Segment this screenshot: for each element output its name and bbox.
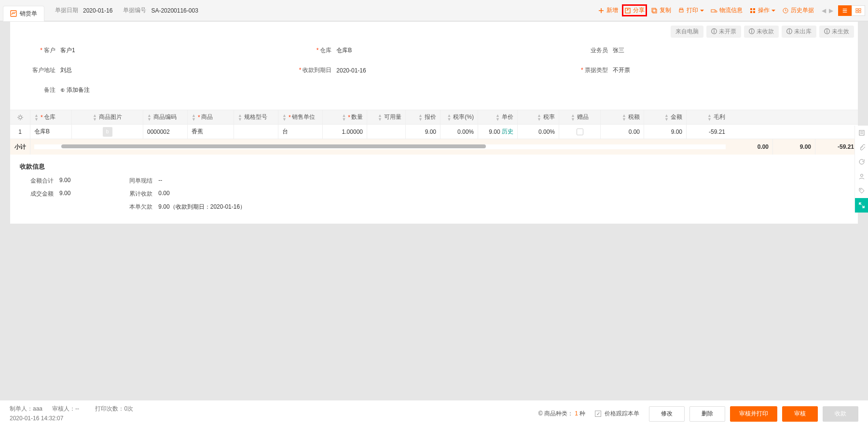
scrollbar-thumb[interactable] xyxy=(61,144,486,148)
share-icon xyxy=(624,7,631,14)
rail-expand-button[interactable] xyxy=(855,198,868,213)
tab-sales-order[interactable]: 销货单 xyxy=(3,6,44,21)
info-icon: ⓘ xyxy=(749,28,755,36)
delete-button[interactable]: 删除 xyxy=(689,406,725,422)
print-button[interactable]: 打印 xyxy=(675,4,707,16)
row-name[interactable]: 香蕉 xyxy=(188,125,234,139)
tag-no-receipt[interactable]: ⓘ未收款 xyxy=(744,26,779,38)
row-price[interactable]: 9.00 历史 xyxy=(478,125,518,139)
row-gift[interactable] xyxy=(559,125,601,139)
creator-label: 制单人： xyxy=(10,405,33,412)
col-name[interactable]: ▲▼*商品 xyxy=(188,110,234,124)
col-quote[interactable]: ▲▼报价 xyxy=(406,110,441,124)
svg-rect-6 xyxy=(711,10,715,12)
row-taxrate[interactable]: 0.00% xyxy=(441,125,478,139)
tag-no-invoice[interactable]: ⓘ未开票 xyxy=(706,26,741,38)
audit-button[interactable]: 审核 xyxy=(782,406,818,422)
prev-record-button[interactable]: ◀ xyxy=(822,7,826,14)
row-index: 1 xyxy=(10,125,30,139)
col-warehouse[interactable]: ▲▼*仓库 xyxy=(30,110,72,124)
add-remark-button[interactable]: ⊕ 添加备注 xyxy=(60,86,90,94)
sort-icon: ▲▼ xyxy=(664,114,669,121)
record-pager: ◀ ▶ xyxy=(822,7,833,14)
rail-attach-button[interactable] xyxy=(855,140,868,155)
sort-icon: ▲▼ xyxy=(238,114,242,121)
sort-icon: ▲▼ xyxy=(496,114,500,121)
col-unit[interactable]: ▲▼*销售单位 xyxy=(278,110,323,124)
due-value[interactable]: 2020-01-16 xyxy=(336,67,366,74)
history-button[interactable]: 历史单据 xyxy=(779,4,817,16)
sale-icon xyxy=(10,10,17,17)
rail-note-button[interactable] xyxy=(855,126,868,140)
history-label: 历史单据 xyxy=(791,6,814,14)
rail-user-button[interactable] xyxy=(855,169,868,184)
col-taxamt[interactable]: ▲▼税额 xyxy=(601,110,644,124)
horizontal-scrollbar[interactable] xyxy=(34,144,726,149)
meta-info: 制单人：aaa 审核人：-- 打印次数：0次 2020-01-16 14:32:… xyxy=(10,404,133,423)
subtotal-profit: -59.21 xyxy=(815,139,858,155)
col-tax2[interactable]: ▲▼税率 xyxy=(518,110,559,124)
total-value: 9.00 xyxy=(59,177,70,185)
sort-icon: ▲▼ xyxy=(93,114,97,121)
tag-not-effective[interactable]: ⓘ未生效 xyxy=(819,26,854,38)
row-qty[interactable]: 1.00000 xyxy=(323,125,367,139)
edit-button[interactable]: 修改 xyxy=(649,406,685,422)
side-rail xyxy=(854,126,868,213)
address-value[interactable]: 刘总 xyxy=(60,66,72,74)
customer-value[interactable]: 客户1 xyxy=(60,46,75,55)
row-tax2[interactable]: 0.00% xyxy=(518,125,559,139)
copy-button[interactable]: 复制 xyxy=(648,4,674,16)
col-profit[interactable]: ▲▼毛利 xyxy=(687,110,729,124)
row-code[interactable]: 0000002 xyxy=(143,125,188,139)
col-gift[interactable]: ▲▼赠品 xyxy=(559,110,601,124)
svg-rect-7 xyxy=(750,8,752,10)
new-label: 新增 xyxy=(606,6,618,14)
view-card-button[interactable] xyxy=(852,5,865,16)
rail-refresh-button[interactable] xyxy=(855,155,868,169)
col-qty[interactable]: ▲▼*数量 xyxy=(323,110,367,124)
payment-title: 收款信息 xyxy=(20,162,848,171)
pay-button[interactable]: 收款 xyxy=(823,406,858,422)
invoice-type-value[interactable]: 不开票 xyxy=(613,66,630,74)
warehouse-value[interactable]: 仓库B xyxy=(336,46,352,55)
truck-icon xyxy=(711,7,717,14)
column-config-button[interactable] xyxy=(10,110,30,124)
row-image[interactable]: b xyxy=(72,125,143,139)
row-unit[interactable]: 台 xyxy=(278,125,323,139)
col-image[interactable]: ▲▼商品图片 xyxy=(72,110,143,124)
ops-button[interactable]: 操作 xyxy=(746,4,778,16)
salesman-value[interactable]: 张三 xyxy=(613,46,624,55)
gift-checkbox[interactable] xyxy=(577,128,583,135)
price-track-toggle[interactable]: ✓ 价格跟踪本单 xyxy=(595,410,639,418)
next-record-button[interactable]: ▶ xyxy=(829,7,833,14)
row-warehouse[interactable]: 仓库B xyxy=(30,125,72,139)
tab-title: 销货单 xyxy=(20,10,37,18)
col-code[interactable]: ▲▼商品编码 xyxy=(143,110,188,124)
svg-rect-8 xyxy=(753,8,755,10)
col-price[interactable]: ▲▼单价 xyxy=(478,110,518,124)
rail-tag-button[interactable] xyxy=(855,184,868,198)
svg-rect-12 xyxy=(856,8,858,10)
row-quote[interactable]: 9.00 xyxy=(406,125,441,139)
owe-value: 9.00（收款到期日：2020-01-16） xyxy=(158,203,246,211)
share-button[interactable]: 分享 xyxy=(622,4,647,16)
row-avail[interactable] xyxy=(367,125,406,139)
price-history-link[interactable]: 历史 xyxy=(502,128,513,136)
col-taxrate[interactable]: ▲▼税率(%) xyxy=(441,110,478,124)
col-amt[interactable]: ▲▼金额 xyxy=(644,110,687,124)
view-toggle xyxy=(838,5,865,16)
table-row[interactable]: 1 仓库B b 0000002 香蕉 台 1.00000 9.00 0.00% … xyxy=(10,125,858,139)
info-icon: ⓘ xyxy=(711,28,717,36)
col-spec[interactable]: ▲▼规格型号 xyxy=(234,110,278,124)
audit-print-button[interactable]: 审核并打印 xyxy=(730,406,777,422)
logistics-button[interactable]: 物流信息 xyxy=(708,4,745,16)
tag-no-outbound[interactable]: ⓘ未出库 xyxy=(782,26,816,38)
col-avail[interactable]: ▲▼可用量 xyxy=(367,110,406,124)
svg-rect-0 xyxy=(11,11,16,16)
remark-label: 备注 xyxy=(20,86,60,94)
new-button[interactable]: 新增 xyxy=(595,4,621,16)
view-list-button[interactable] xyxy=(838,5,852,16)
timestamp-value: 2020-01-16 14:32:07 xyxy=(10,414,133,423)
row-spec[interactable] xyxy=(234,125,278,139)
plus-circle-icon: ⊕ xyxy=(60,86,67,93)
